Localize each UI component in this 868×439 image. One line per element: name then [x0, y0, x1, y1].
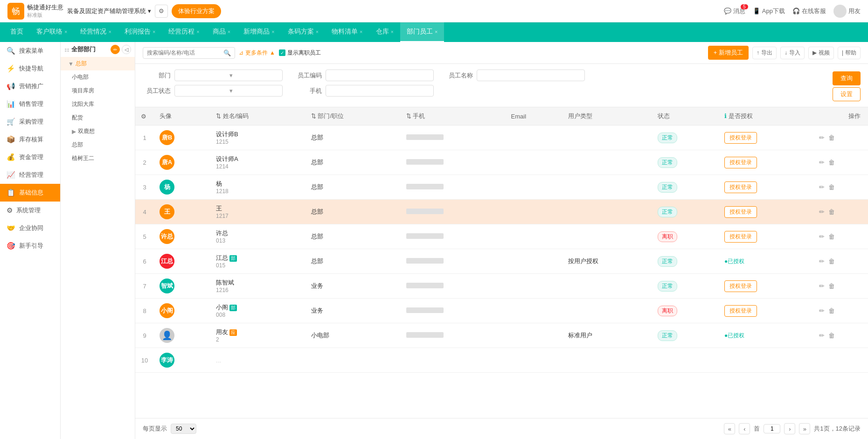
th-dept-pos[interactable]: ⇅ 部门/职位 [306, 107, 401, 125]
dept-item-xiangmu[interactable]: 项目库房 [64, 84, 135, 98]
user-area[interactable]: 用友 [833, 5, 861, 18]
nav-tab-经营历程[interactable]: 经营历程× [162, 22, 206, 42]
nav-tab-物料清单[interactable]: 物料清单× [325, 22, 369, 42]
last-page-btn[interactable]: » [799, 423, 810, 434]
emp-code-input[interactable] [326, 70, 434, 81]
tab-close-icon[interactable]: × [316, 29, 319, 35]
edit-icon[interactable]: ✏ [819, 282, 825, 290]
delete-icon[interactable]: 🗑 [828, 183, 835, 191]
tab-close-icon[interactable]: × [271, 29, 274, 35]
tab-close-icon[interactable]: × [108, 29, 111, 35]
gear-button[interactable]: ⚙ [155, 5, 168, 18]
edit-icon[interactable]: ✏ [819, 258, 825, 265]
page-size-select[interactable]: 50 20 100 [171, 424, 196, 434]
auth-button[interactable]: 授权登录 [724, 231, 757, 243]
sidebar-item-销售管理[interactable]: 📊销售管理 [0, 95, 60, 113]
sidebar-item-基础信息[interactable]: 📋基础信息 [0, 184, 60, 202]
delete-icon[interactable]: 🗑 [828, 233, 835, 240]
dept-filter-select[interactable]: ▾ [174, 70, 283, 81]
delete-icon[interactable]: 🗑 [828, 208, 835, 216]
sidebar-item-库存核算[interactable]: 📦库存核算 [0, 131, 60, 148]
delete-icon[interactable]: 🗑 [828, 307, 835, 314]
sidebar-item-经营管理[interactable]: 📈经营管理 [0, 166, 60, 184]
export-button[interactable]: ↑ 导出 [752, 47, 777, 59]
message-button[interactable]: 💬 消息 5 [724, 7, 745, 15]
page-input[interactable] [764, 424, 780, 433]
edit-icon[interactable]: ✏ [819, 307, 825, 314]
sidebar-item-快捷导航[interactable]: ⚡快捷导航 [0, 60, 60, 77]
nav-tab-客户联络[interactable]: 客户联络× [30, 22, 74, 42]
tab-close-icon[interactable]: × [228, 29, 230, 35]
nav-tab-首页[interactable]: 首页 [4, 22, 30, 42]
edit-icon[interactable]: ✏ [819, 159, 825, 166]
add-employee-button[interactable]: + 新增员工 [708, 46, 749, 60]
search-input[interactable] [147, 49, 222, 56]
dept-item-shenyang[interactable]: 沈阳大库 [64, 98, 135, 111]
help-button[interactable]: | 帮助 [838, 47, 861, 59]
tab-close-icon[interactable]: × [196, 29, 199, 35]
th-name-code[interactable]: ⇅ 姓名/编码 [210, 107, 306, 125]
app-download-button[interactable]: 📱 App下载 [753, 7, 785, 15]
emp-status-select[interactable]: ▾ [174, 85, 283, 97]
sidebar-item-资金管理[interactable]: 💰资金管理 [0, 148, 60, 166]
auth-button[interactable]: 授权登录 [724, 157, 757, 168]
dept-item-zongbu[interactable]: ▼ 总部 [61, 57, 135, 70]
nav-tab-新增商品[interactable]: 新增商品× [237, 22, 281, 42]
nav-tab-经营情况[interactable]: 经营情况× [74, 22, 118, 42]
delete-icon[interactable]: 🗑 [828, 332, 835, 339]
dept-collapse-btn[interactable]: ◁ [122, 45, 131, 54]
nav-tab-商品[interactable]: 商品× [206, 22, 237, 42]
nav-tab-仓库[interactable]: 仓库× [369, 22, 400, 42]
tab-close-icon[interactable]: × [391, 29, 394, 35]
nav-tab-条码方案[interactable]: 条码方案× [281, 22, 325, 42]
sidebar-item-搜索菜单[interactable]: 🔍搜索菜单 [0, 42, 60, 60]
system-select[interactable]: 装备及固定资产辅助管理系统 ▾ [67, 7, 151, 15]
auth-button[interactable]: 授权登录 [724, 181, 757, 193]
auth-button[interactable]: 授权登录 [724, 206, 757, 218]
edit-icon[interactable]: ✏ [819, 134, 825, 141]
import-button[interactable]: ↓ 导入 [780, 47, 805, 59]
edit-icon[interactable]: ✏ [819, 233, 825, 240]
tab-close-icon[interactable]: × [153, 29, 155, 35]
tab-close-icon[interactable]: × [64, 29, 67, 35]
show-resigned-toggle[interactable]: ✓ 显示离职员工 [279, 49, 321, 57]
dept-item-zhishu[interactable]: 植树王二 [64, 152, 135, 165]
first-page-btn[interactable]: « [724, 423, 735, 434]
online-service-button[interactable]: 🎧 在线客服 [792, 7, 826, 15]
delete-icon[interactable]: 🗑 [828, 134, 835, 141]
edit-icon[interactable]: ✏ [819, 332, 825, 339]
more-conditions-btn[interactable]: ⊿ 更多条件 ▲ [239, 49, 275, 57]
edit-icon[interactable]: ✏ [819, 208, 825, 216]
prev-page-btn[interactable]: ‹ [739, 423, 750, 434]
tab-close-icon[interactable]: × [435, 29, 437, 35]
set-button[interactable]: 设置 [833, 87, 861, 101]
nav-tab-部门员工[interactable]: 部门员工× [400, 22, 444, 42]
next-page-btn[interactable]: › [784, 423, 795, 434]
dept-item-xiaodibu[interactable]: 小电部 [64, 70, 135, 84]
th-phone[interactable]: ⇅ 手机 [401, 107, 506, 125]
sidebar-item-采购管理[interactable]: 🛒采购管理 [0, 113, 60, 131]
phone-input[interactable] [326, 85, 434, 97]
dept-item-zongbu2[interactable]: 总部 [64, 138, 135, 152]
delete-icon[interactable]: 🗑 [828, 258, 835, 265]
edit-icon[interactable]: ✏ [819, 183, 825, 191]
sidebar-item-系统管理[interactable]: ⚙系统管理 [0, 202, 60, 219]
sidebar-item-营销推广[interactable]: 📢营销推广 [0, 77, 60, 95]
tab-close-icon[interactable]: × [360, 29, 362, 35]
nav-tab-利润报告[interactable]: 利润报告× [118, 22, 162, 42]
dept-item-peihuo[interactable]: 配货 [64, 111, 135, 125]
query-button[interactable]: 查询 [833, 71, 861, 85]
auth-button[interactable]: 授权登录 [724, 132, 757, 144]
sidebar-item-新手引导[interactable]: 🎯新手引导 [0, 237, 60, 255]
auth-button[interactable]: 授权登录 [724, 280, 757, 292]
trial-button[interactable]: 体验行业方案 [172, 4, 221, 18]
th-settings[interactable]: ⚙ [135, 107, 154, 125]
auth-button[interactable]: 授权登录 [724, 305, 757, 317]
sidebar-item-企业协同[interactable]: 🤝企业协同 [0, 219, 60, 237]
dept-item-shuanglu[interactable]: ▶ 双鹿想 [64, 125, 135, 138]
delete-icon[interactable]: 🗑 [828, 159, 835, 166]
dept-edit-btn[interactable]: ✏ [111, 45, 120, 54]
delete-icon[interactable]: 🗑 [828, 282, 835, 290]
view-button[interactable]: ▶ 视频 [808, 47, 834, 59]
emp-name-input[interactable] [477, 70, 585, 81]
